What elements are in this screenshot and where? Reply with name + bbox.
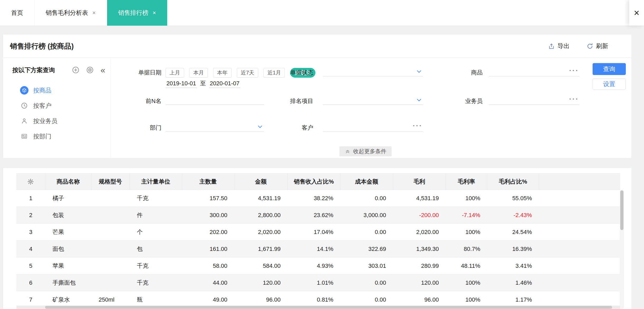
date-separator: 至: [200, 79, 206, 87]
date-label: 单据日期: [111, 67, 161, 78]
date-to-input[interactable]: 2020-01-07: [209, 80, 241, 88]
sidebar-item-by-customer[interactable]: 按客户: [3, 98, 110, 113]
refresh-label: 刷新: [596, 42, 608, 50]
column-header-profit: 毛利: [393, 174, 446, 190]
column-header-spec: 规格型号: [91, 174, 129, 190]
sidebar-title: 按以下方案查询: [12, 66, 55, 74]
table-body: 1 橘子 千克 157.50 4,531.19 38.22% 0.00 4,53…: [16, 190, 620, 308]
double-chevron-up-icon: [345, 148, 350, 154]
horizontal-scrollbar-thumb[interactable]: [45, 306, 612, 309]
results-table: 商品名称 规格型号 主计量单位 主数量 金额 销售收入占比% 成本金额 毛利 毛…: [16, 173, 620, 308]
column-header-profit-pct: 毛利占比%: [487, 174, 539, 190]
column-header-amount: 金额: [234, 174, 287, 190]
close-icon[interactable]: ×: [629, 0, 644, 26]
tab-gross-profit-report[interactable]: 销售毛利分析表 ×: [35, 0, 107, 26]
results-panel: 商品名称 规格型号 主计量单位 主数量 金额 销售收入占比% 成本金额 毛利 毛…: [3, 168, 631, 309]
sidebar-items: 按商品 按客户 按业务员: [3, 83, 110, 144]
column-header-product-name: 商品名称: [45, 174, 91, 190]
department-label: 部门: [111, 123, 161, 133]
tab-bar: 首页 销售毛利分析表 × 销售排行榜 × ×: [0, 0, 644, 26]
export-label: 导出: [558, 42, 570, 50]
header-actions: 导出 刷新: [548, 42, 608, 50]
customer-label: 客户: [263, 123, 313, 133]
table-header-row: 商品名称 规格型号 主计量单位 主数量 金额 销售收入占比% 成本金额 毛利 毛…: [16, 174, 620, 190]
sidebar-item-by-product[interactable]: 按商品: [3, 83, 110, 98]
settings-button[interactable]: 设置: [593, 78, 626, 90]
top-n-input[interactable]: [166, 94, 264, 105]
tab-label: 首页: [11, 9, 23, 17]
column-header-filler: [539, 174, 620, 190]
customer-icon: [20, 101, 28, 110]
vertical-scrollbar-thumb[interactable]: [620, 190, 623, 230]
page-title: 销售排行榜 (按商品): [10, 41, 74, 51]
export-icon: [548, 43, 555, 50]
date-quick-last-month[interactable]: 上月: [166, 68, 184, 78]
date-quick-this-month[interactable]: 本月: [189, 68, 208, 78]
sidebar-head: 按以下方案查询 «: [3, 65, 110, 75]
salesman-label: 业务员: [432, 96, 483, 106]
rank-item-label: 排名项目: [263, 96, 313, 106]
table-row[interactable]: 1 橘子 千克 157.50 4,531.19 38.22% 0.00 4,53…: [16, 190, 620, 207]
column-header-qty: 主数量: [182, 174, 234, 190]
scheme-settings-button[interactable]: [85, 65, 95, 75]
salesman-icon: [20, 117, 28, 125]
column-header-revenue-pct: 销售收入占比%: [287, 174, 340, 190]
more-icon[interactable]: ···: [413, 121, 422, 130]
close-icon[interactable]: ×: [153, 10, 156, 16]
tab-label: 销售毛利分析表: [46, 9, 88, 17]
table-row[interactable]: 4 面包 包 161.00 1,671.99 14.1% 322.69 1,34…: [16, 241, 620, 258]
department-select[interactable]: [166, 121, 264, 132]
collapse-more-label: 收起更多条件: [353, 148, 386, 155]
add-scheme-button[interactable]: [71, 65, 80, 75]
plus-circle-icon: [72, 66, 80, 74]
sidebar-item-by-department[interactable]: 按部门: [3, 129, 110, 144]
status-label: 单据状态: [263, 67, 313, 78]
sidebar-item-label: 按商品: [33, 86, 51, 95]
department-card-icon: [20, 132, 28, 141]
horizontal-scrollbar[interactable]: [16, 306, 620, 309]
close-icon[interactable]: ×: [92, 10, 96, 16]
refresh-button[interactable]: 刷新: [587, 42, 608, 50]
table-row[interactable]: 2 包装 件 300.00 2,800.00 23.62% 3,000.00 -…: [16, 207, 620, 224]
product-label: 商品: [432, 67, 483, 78]
salesman-picker[interactable]: ···: [489, 94, 579, 105]
sidebar-item-by-salesman[interactable]: 按业务员: [3, 113, 110, 129]
vertical-scrollbar[interactable]: [620, 190, 624, 309]
more-icon[interactable]: ···: [569, 66, 579, 75]
scheme-sidebar: 按以下方案查询 « 按商品: [3, 58, 111, 158]
sidebar-item-label: 按部门: [33, 132, 51, 141]
tab-label: 销售排行榜: [118, 9, 148, 17]
column-header-unit: 主计量单位: [129, 174, 182, 190]
gear-circle-icon: [86, 66, 94, 74]
tab-sales-ranking[interactable]: 销售排行榜 ×: [107, 0, 167, 26]
date-range: 2019-10-01 至 2020-01-07: [166, 79, 240, 88]
sidebar-tools: «: [71, 65, 106, 75]
date-quick-last-7-days[interactable]: 近7天: [237, 68, 258, 78]
product-cube-icon: [20, 86, 28, 95]
filter-form: 单据日期 上月 本月 本年 近7天 近1月 自定义 2019-10-01 至 2…: [111, 58, 631, 158]
chevron-down-icon: [416, 97, 422, 104]
status-select[interactable]: [323, 66, 423, 76]
gear-icon: [27, 178, 34, 185]
rank-item-select[interactable]: [323, 94, 423, 105]
sidebar-item-label: 按业务员: [33, 117, 57, 125]
column-settings-button[interactable]: [27, 178, 34, 185]
tab-home[interactable]: 首页: [0, 0, 35, 26]
customer-picker[interactable]: ···: [323, 121, 423, 132]
column-header-profit-rate: 毛利率: [446, 174, 487, 190]
chevron-down-icon: [416, 68, 422, 75]
product-picker[interactable]: ···: [489, 66, 579, 76]
query-section: 按以下方案查询 « 按商品: [3, 58, 631, 158]
more-icon[interactable]: ···: [569, 94, 579, 104]
date-from-input[interactable]: 2019-10-01: [166, 80, 197, 88]
collapse-more-button[interactable]: 收起更多条件: [339, 146, 392, 156]
table-row[interactable]: 3 芒果 个 202.00 2,020.00 17.04% 0.00 2,020…: [16, 224, 620, 241]
date-quick-this-year[interactable]: 本年: [213, 68, 232, 78]
table-row[interactable]: 5 苹果 千克 58.00 584.00 4.93% 303.01 280.99…: [16, 258, 620, 274]
table-row[interactable]: 6 手撕面包 千克 44.00 120.00 1.01% 0.00 120.00…: [16, 274, 620, 291]
sidebar-item-label: 按客户: [33, 102, 51, 110]
page-header: 销售排行榜 (按商品) 导出 刷新: [3, 35, 631, 58]
query-button[interactable]: 查询: [593, 63, 626, 75]
export-button[interactable]: 导出: [548, 42, 570, 50]
collapse-sidebar-icon[interactable]: «: [99, 66, 106, 74]
